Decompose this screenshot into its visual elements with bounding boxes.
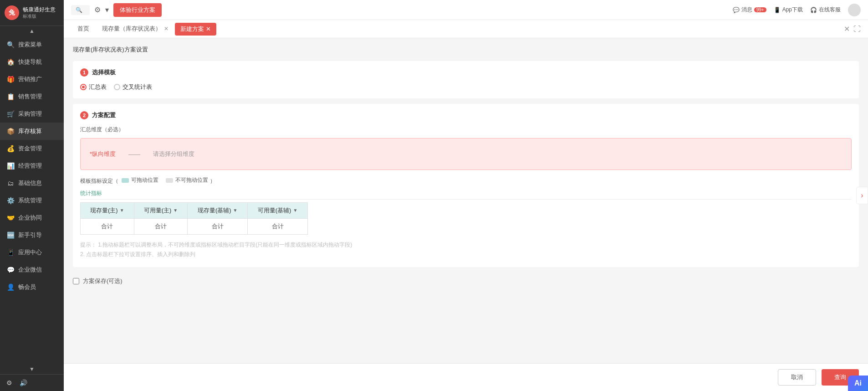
sidebar-item-label: 系统管理	[18, 196, 42, 205]
dimension-placeholder: 请选择分组维度	[153, 150, 194, 158]
dimension-area[interactable]: *纵向维度 —— 请选择分组维度	[80, 138, 852, 170]
trial-button[interactable]: 体验行业方案	[113, 3, 162, 17]
sales-icon: 📋	[6, 93, 15, 101]
settings-icon[interactable]: ⚙	[6, 379, 12, 386]
table-header-0[interactable]: 现存量(主) ▼	[81, 202, 134, 218]
radio-summary[interactable]: 汇总表	[80, 83, 107, 91]
phone-icon: 📱	[774, 7, 781, 13]
cancel-button[interactable]: 取消	[778, 369, 816, 386]
right-panel-icons: ›	[856, 187, 868, 204]
radio-cross[interactable]: 交叉统计表	[114, 83, 152, 91]
footer-bar: 取消 查询	[64, 363, 868, 391]
step1-title: 选择模板	[92, 68, 116, 77]
expand-panel-icon[interactable]: ⛶	[853, 25, 861, 33]
topbar: 🔍 ⚙ ▾ 体验行业方案 💬 消息 99+ 📱 App下载 🎧 在线客服	[64, 0, 868, 20]
home-icon: 🏠	[6, 58, 15, 66]
sidebar-item-operations[interactable]: 📊 经营管理	[0, 157, 64, 175]
close-panel-icon[interactable]: ✕	[844, 25, 850, 33]
tab-home[interactable]: 首页	[71, 21, 96, 37]
topbar-search[interactable]: 🔍	[71, 5, 90, 15]
tab-inventory-label: 现存量（库存状况表）	[102, 25, 161, 33]
sidebar-item-cooperation[interactable]: 🤝 企业协同	[0, 209, 64, 226]
table-header-2[interactable]: 现存量(基辅) ▼	[188, 202, 248, 218]
tab-inventory[interactable]: 现存量（库存状况表） ✕	[96, 21, 175, 37]
indicator-legend: 可拖动位置 不可拖动位置	[122, 176, 208, 184]
sidebar-item-label: 库存核算	[18, 127, 42, 135]
user-avatar[interactable]	[848, 4, 861, 16]
system-icon: ⚙️	[6, 196, 15, 205]
indicator-table-wrapper: 现存量(主) ▼ 可用量(主) ▼	[80, 202, 852, 235]
dropdown-icon[interactable]: ▾	[105, 5, 109, 14]
save-label: 方案保存(可选)	[83, 277, 123, 285]
step2-header: 2 方案配置	[80, 111, 852, 119]
step2-badge: 2	[80, 111, 88, 119]
table-row: 合计 合计 合计 合计	[81, 218, 308, 234]
audio-icon[interactable]: 🔊	[20, 379, 27, 386]
table-header-3[interactable]: 可用量(基辅) ▼	[248, 202, 308, 218]
messages-item[interactable]: 💬 消息 99+	[733, 6, 766, 14]
draggable-legend: 可拖动位置	[122, 176, 158, 184]
right-panel-expand[interactable]: ›	[857, 187, 868, 204]
step1-section: 1 选择模板 汇总表 交叉统计表	[73, 61, 859, 98]
step1-header: 1 选择模板	[80, 68, 852, 77]
app-download-item[interactable]: 📱 App下载	[774, 6, 803, 14]
chevron-down-icon[interactable]: ▼	[293, 208, 297, 213]
sidebar-item-app-center[interactable]: 📱 应用中心	[0, 244, 64, 261]
sidebar-item-member[interactable]: 👤 畅会员	[0, 278, 64, 296]
logo-icon: 兔	[5, 5, 19, 20]
sidebar-item-sales[interactable]: 📋 销售管理	[0, 88, 64, 105]
sidebar-item-new-guide[interactable]: 🆕 新手引导	[0, 226, 64, 244]
sidebar-item-label: 销售管理	[18, 93, 42, 101]
sidebar-scroll-up[interactable]: ▲	[0, 26, 64, 36]
sidebar-item-label: 应用中心	[18, 248, 42, 257]
sidebar-item-marketing[interactable]: 🎁 营销推广	[0, 71, 64, 88]
topbar-left: 🔍 ⚙ ▾ 体验行业方案	[71, 3, 162, 17]
sidebar-item-label: 基础信息	[18, 179, 42, 187]
sidebar-item-label: 企业协同	[18, 214, 42, 222]
chevron-down-icon[interactable]: ▼	[120, 208, 124, 213]
topbar-right: 💬 消息 99+ 📱 App下载 🎧 在线客服	[733, 4, 861, 16]
sidebar: 兔 畅康通好生意 标准版 ▲ 🔍 搜索菜单 🏠 快捷导航 🎁 营销推广 📋 销售…	[0, 0, 64, 391]
wechat-icon: 💬	[6, 266, 15, 274]
chevron-down-icon[interactable]: ▼	[233, 208, 238, 213]
draggable-box	[122, 178, 129, 183]
sidebar-item-search[interactable]: 🔍 搜索菜单	[0, 36, 64, 53]
sidebar-item-label: 经营管理	[18, 162, 42, 170]
online-service-item[interactable]: 🎧 在线客服	[810, 6, 841, 14]
info-icon: 🗂	[6, 179, 15, 187]
money-icon: 💰	[6, 144, 15, 153]
sidebar-item-label: 企业微信	[18, 266, 42, 274]
chevron-down-icon[interactable]: ▼	[173, 208, 178, 213]
table-cell-0-3: 合计	[248, 218, 308, 234]
gear-icon[interactable]: ⚙	[94, 5, 101, 14]
content-area: 现存量(库存状况表)方案设置 1 选择模板 汇总表 交叉统计表 2	[64, 38, 868, 363]
table-cell-0-2: 合计	[188, 218, 248, 234]
stat-section-label: 统计指标	[80, 190, 852, 200]
sidebar-item-label: 新手引导	[18, 231, 42, 239]
search-icon: 🔍	[6, 41, 15, 49]
ai-badge[interactable]: Ai	[848, 376, 868, 391]
sidebar-item-wechat[interactable]: 💬 企业微信	[0, 261, 64, 278]
sidebar-item-label: 搜索菜单	[18, 41, 42, 49]
save-checkbox[interactable]	[73, 278, 79, 284]
tip-2: 2. 点击标题栏下拉可设置排序、插入列和删除列	[80, 250, 852, 260]
sidebar-item-inventory[interactable]: 📦 库存核算	[0, 123, 64, 140]
tab-inventory-close[interactable]: ✕	[164, 26, 168, 32]
sidebar-item-label: 畅会员	[18, 283, 36, 291]
tab-new[interactable]: 新建方案 ✕	[175, 23, 216, 36]
sidebar-nav: 🔍 搜索菜单 🏠 快捷导航 🎁 营销推广 📋 销售管理 🛒 采购管理 📦 库存核…	[0, 36, 64, 364]
tab-home-label: 首页	[77, 25, 89, 33]
search-icon: 🔍	[76, 7, 82, 13]
sidebar-item-finance[interactable]: 💰 资金管理	[0, 140, 64, 157]
sidebar-scroll-down[interactable]: ▼	[0, 364, 64, 374]
tab-new-close[interactable]: ✕	[206, 26, 211, 32]
sidebar-item-quick-nav[interactable]: 🏠 快捷导航	[0, 53, 64, 71]
sidebar-item-system[interactable]: ⚙️ 系统管理	[0, 192, 64, 209]
template-radio-group: 汇总表 交叉统计表	[80, 83, 852, 91]
sidebar-item-basic-info[interactable]: 🗂 基础信息	[0, 175, 64, 192]
sidebar-item-label: 采购管理	[18, 110, 42, 118]
sidebar-item-purchase[interactable]: 🛒 采购管理	[0, 105, 64, 123]
message-icon: 💬	[733, 7, 740, 13]
table-header-1[interactable]: 可用量(主) ▼	[134, 202, 188, 218]
sidebar-item-label: 快捷导航	[18, 58, 42, 66]
